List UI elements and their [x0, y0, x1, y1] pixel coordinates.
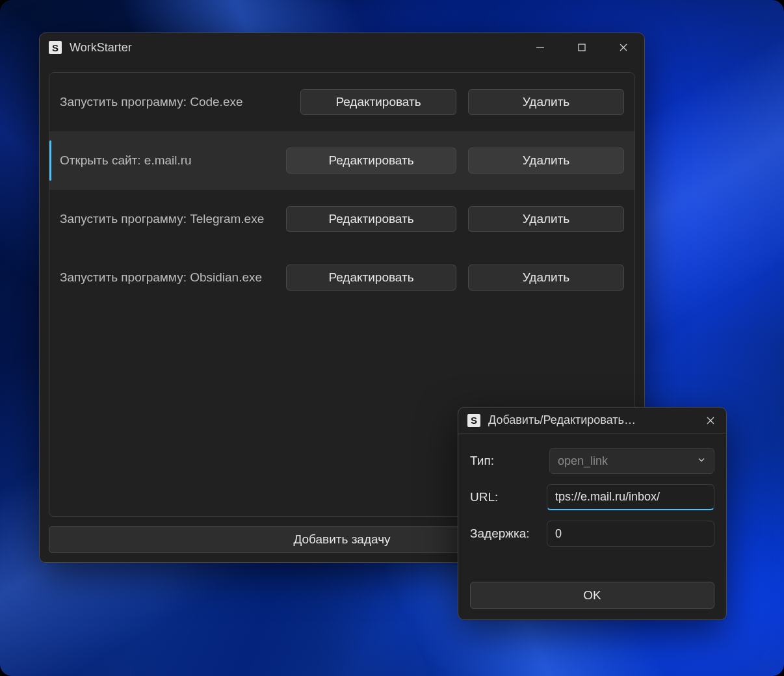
task-row[interactable]: Открыть сайт: e.mail.ru Редактировать Уд… — [49, 131, 634, 190]
ok-button[interactable]: OK — [470, 582, 714, 609]
close-icon — [619, 43, 628, 52]
svg-rect-1 — [579, 44, 585, 51]
titlebar[interactable]: S WorkStarter — [40, 33, 644, 62]
type-label: Тип: — [470, 454, 543, 468]
window-title: WorkStarter — [70, 41, 132, 55]
minimize-button[interactable] — [519, 33, 561, 62]
url-input[interactable] — [547, 484, 714, 510]
delete-button[interactable]: Удалить — [468, 265, 624, 291]
task-row[interactable]: Запустить программу: Code.exe Редактиров… — [49, 73, 634, 131]
delay-input[interactable] — [547, 521, 714, 547]
dialog-titlebar[interactable]: S Добавить/Редактировать… — [458, 408, 726, 434]
maximize-icon — [577, 43, 586, 52]
dialog-window-controls — [695, 408, 726, 433]
app-icon: S — [49, 41, 62, 54]
url-label: URL: — [470, 490, 540, 504]
task-label: Открыть сайт: e.mail.ru — [60, 153, 274, 168]
maximize-button[interactable] — [561, 33, 603, 62]
app-icon: S — [467, 414, 480, 427]
type-row: Тип: open_link — [470, 448, 714, 474]
dialog-close-button[interactable] — [695, 408, 726, 433]
delete-button[interactable]: Удалить — [468, 206, 624, 232]
task-label: Запустить программу: Code.exe — [60, 95, 289, 109]
edit-dialog: S Добавить/Редактировать… Тип: open_link… — [458, 407, 727, 620]
dialog-title: Добавить/Редактировать… — [488, 413, 636, 427]
task-label: Запустить программу: Obsidian.exe — [60, 270, 274, 285]
edit-button[interactable]: Редактировать — [300, 89, 456, 115]
chevron-down-icon — [697, 454, 706, 468]
task-row[interactable]: Запустить программу: Obsidian.exe Редакт… — [49, 248, 634, 307]
delete-button[interactable]: Удалить — [468, 89, 624, 115]
delete-button[interactable]: Удалить — [468, 148, 624, 174]
delay-row: Задержка: — [470, 521, 714, 547]
close-icon — [706, 416, 715, 425]
url-row: URL: — [470, 484, 714, 510]
edit-button[interactable]: Редактировать — [286, 265, 456, 291]
edit-button[interactable]: Редактировать — [286, 206, 456, 232]
type-value: open_link — [558, 454, 608, 468]
minimize-icon — [536, 43, 545, 52]
task-row[interactable]: Запустить программу: Telegram.exe Редакт… — [49, 190, 634, 248]
dialog-body: Тип: open_link URL: Задержка: OK — [458, 434, 726, 619]
close-button[interactable] — [603, 33, 644, 62]
task-label: Запустить программу: Telegram.exe — [60, 212, 274, 226]
edit-button[interactable]: Редактировать — [286, 148, 456, 174]
delay-label: Задержка: — [470, 526, 540, 541]
type-select[interactable]: open_link — [549, 448, 714, 474]
window-controls — [519, 33, 644, 62]
